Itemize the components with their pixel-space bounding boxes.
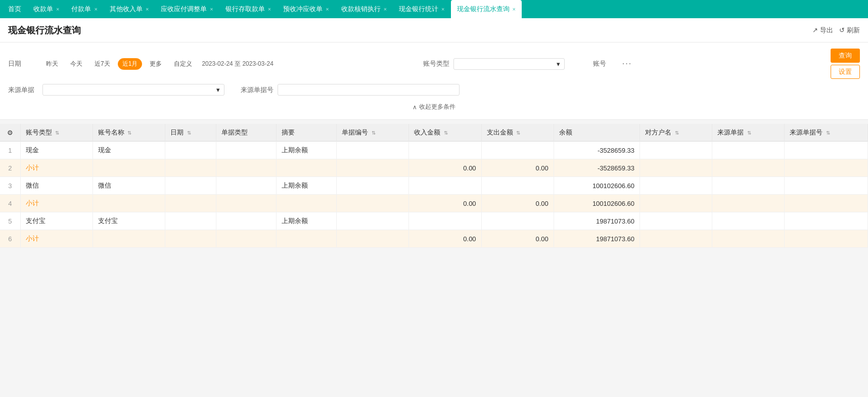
close-icon[interactable]: × xyxy=(146,6,149,12)
date-options: 昨天 今天 近7天 近1月 更多 自定义 2023-02-24 至 2023-0… xyxy=(41,58,273,70)
close-icon[interactable]: × xyxy=(384,6,387,12)
sort-icon[interactable]: ⇅ xyxy=(826,130,830,136)
collapse-bar[interactable]: ∧ 收起更多条件 xyxy=(8,101,860,113)
table-cell: 上期余额 xyxy=(276,177,336,195)
table-cell xyxy=(712,230,785,248)
sort-icon[interactable]: ⇅ xyxy=(516,130,520,136)
table-container: ⚙ 账号类型 ⇅ 账号名称 ⇅ 日期 ⇅ 单据类型 摘要 xyxy=(0,124,868,248)
close-icon[interactable]: × xyxy=(441,6,444,12)
date-btn-custom[interactable]: 自定义 xyxy=(169,58,197,70)
close-icon[interactable]: × xyxy=(268,6,271,12)
table-cell: 0.00 xyxy=(481,195,554,212)
col-income: 收入金额 ⇅ xyxy=(409,124,481,142)
nav-other-income[interactable]: 其他收入单 × xyxy=(104,0,155,18)
table-cell xyxy=(216,212,276,230)
date-btn-7days[interactable]: 近7天 xyxy=(90,58,115,70)
table-cell xyxy=(712,212,785,230)
table-cell xyxy=(712,195,785,212)
close-icon[interactable]: × xyxy=(326,6,329,12)
table-cell: 微信 xyxy=(93,177,165,195)
search-button[interactable]: 查询 xyxy=(831,49,860,63)
close-icon[interactable]: × xyxy=(94,6,97,12)
chevron-down-icon: ▾ xyxy=(216,86,220,94)
settings-button[interactable]: 设置 xyxy=(831,65,860,79)
nav-bank-withdraw[interactable]: 银行存取款单 × xyxy=(219,0,277,18)
nav-receipt-verify[interactable]: 收款核销执行 × xyxy=(335,0,393,18)
table-cell xyxy=(216,177,276,195)
account-type-label: 账号类型 xyxy=(423,59,449,68)
date-btn-today[interactable]: 今天 xyxy=(66,58,87,70)
table-cell: 100102606.60 xyxy=(554,195,639,212)
table-cell xyxy=(93,195,165,212)
table-cell xyxy=(165,230,216,248)
nav-payments[interactable]: 付款单 × xyxy=(65,0,103,18)
source-doc-label: 来源单据 xyxy=(8,85,34,95)
table-cell xyxy=(481,142,554,159)
table-cell xyxy=(640,142,712,159)
table-cell: 100102606.60 xyxy=(554,177,639,195)
sort-icon[interactable]: ⇅ xyxy=(187,130,191,136)
nav-home[interactable]: 首页 xyxy=(2,0,27,18)
table-row: 1现金现金上期余额-3528659.33 xyxy=(0,142,868,159)
data-table: ⚙ 账号类型 ⇅ 账号名称 ⇅ 日期 ⇅ 单据类型 摘要 xyxy=(0,124,868,248)
table-cell xyxy=(93,230,165,248)
sort-icon[interactable]: ⇅ xyxy=(127,130,131,136)
table-cell: 现金 xyxy=(20,142,93,159)
col-source-doc: 来源单据 ⇅ xyxy=(712,124,785,142)
account-dots-button[interactable]: ··· xyxy=(622,59,632,68)
col-doc-num: 单据编号 ⇅ xyxy=(337,124,409,142)
source-doc-select[interactable]: ▾ xyxy=(42,84,224,96)
sort-icon[interactable]: ⇅ xyxy=(747,130,751,136)
account-type-select[interactable]: ▾ xyxy=(453,58,565,70)
table-cell xyxy=(785,230,868,248)
table-cell xyxy=(640,212,712,230)
export-icon: ↗ xyxy=(812,26,818,34)
date-btn-1month[interactable]: 近1月 xyxy=(118,58,143,70)
source-doc-num-input[interactable] xyxy=(278,84,460,96)
close-icon[interactable]: × xyxy=(56,6,59,12)
nav-cash-stats[interactable]: 现金银行统计 × xyxy=(393,0,450,18)
chevron-up-icon: ∧ xyxy=(413,104,417,111)
table-cell xyxy=(337,177,409,195)
col-gear[interactable]: ⚙ xyxy=(0,124,20,142)
refresh-button[interactable]: ↺ 刷新 xyxy=(839,26,860,35)
refresh-icon: ↺ xyxy=(839,26,845,34)
table-cell xyxy=(216,142,276,159)
chevron-down-icon: ▾ xyxy=(557,60,560,68)
export-button[interactable]: ↗ 导出 xyxy=(812,26,833,35)
table-cell xyxy=(337,212,409,230)
table-cell: 19871073.60 xyxy=(554,230,639,248)
table-cell xyxy=(640,230,712,248)
table-cell: 4 xyxy=(0,195,20,212)
col-source-doc-num: 来源单据号 ⇅ xyxy=(785,124,868,142)
sort-icon[interactable]: ⇅ xyxy=(55,130,59,136)
close-icon[interactable]: × xyxy=(513,6,516,12)
sort-icon[interactable]: ⇅ xyxy=(372,130,376,136)
gear-icon[interactable]: ⚙ xyxy=(7,129,13,137)
nav-receipts[interactable]: 收款单 × xyxy=(27,0,65,18)
account-label: 账号 xyxy=(593,59,618,68)
col-date: 日期 ⇅ xyxy=(165,124,216,142)
table-cell: 支付宝 xyxy=(20,212,93,230)
col-account-name: 账号名称 ⇅ xyxy=(93,124,165,142)
sort-icon[interactable]: ⇅ xyxy=(675,130,679,136)
table-cell xyxy=(409,212,481,230)
table-cell xyxy=(481,212,554,230)
date-btn-more[interactable]: 更多 xyxy=(145,58,166,70)
table-cell xyxy=(785,177,868,195)
close-icon[interactable]: × xyxy=(210,6,213,12)
table-cell: 3 xyxy=(0,177,20,195)
filter-area: 日期 昨天 今天 近7天 近1月 更多 自定义 2023-02-24 至 202… xyxy=(0,42,868,120)
table-cell: 上期余额 xyxy=(276,142,336,159)
table-cell: 支付宝 xyxy=(93,212,165,230)
sort-icon[interactable]: ⇅ xyxy=(444,130,448,136)
table-cell: -3528659.33 xyxy=(554,159,639,177)
table-cell: 1 xyxy=(0,142,20,159)
table-cell xyxy=(216,195,276,212)
nav-advance-offset[interactable]: 预收冲应收单 × xyxy=(277,0,335,18)
nav-adjustment[interactable]: 应收应付调整单 × xyxy=(155,0,219,18)
nav-cash-flow[interactable]: 现金银行流水查询 × xyxy=(451,0,522,18)
table-cell xyxy=(165,159,216,177)
date-btn-yesterday[interactable]: 昨天 xyxy=(41,58,63,70)
table-cell xyxy=(409,142,481,159)
